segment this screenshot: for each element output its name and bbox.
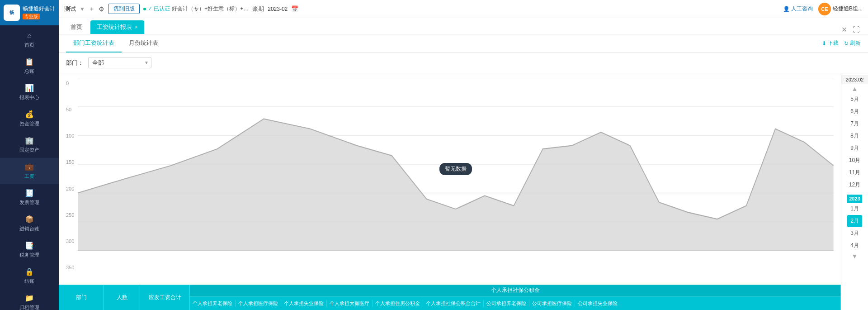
sidebar-item-tax[interactable]: 📑 税务管理 [0, 237, 59, 263]
col-个人承担大额医疗: 个人承担大额医疗 [327, 300, 373, 307]
sidebar-item-fund[interactable]: 💰 资金管理 [0, 105, 59, 132]
col-公司承担失业保险: 公司承担失业保险 [575, 300, 620, 307]
col-公司承担医疗保险: 公司承担医疗保险 [529, 300, 575, 307]
settings-icon[interactable]: ⚙ [99, 5, 104, 13]
home-label: 首页 [24, 42, 34, 48]
sidebar-item-home[interactable]: ⌂ 首页 [0, 27, 59, 53]
download-icon: ⬇ [822, 40, 826, 47]
help-icon: 👤 [783, 6, 790, 12]
home-icon: ⌂ [27, 32, 32, 40]
cal-month-12月[interactable]: 12月 [847, 179, 862, 191]
dept-select[interactable]: 全部部门A部门B [88, 57, 151, 68]
user-name: 轻捷通B组... [833, 5, 863, 13]
company-dropdown-icon[interactable]: ▼ [80, 6, 85, 12]
cal-nav-up[interactable]: ▲ [851, 84, 859, 93]
user-menu[interactable]: CE 轻捷通B组... [818, 3, 863, 15]
cal-months-2022: 5月6月7月8月9月10月11月12月 [847, 93, 862, 191]
y-label-100: 100 [66, 133, 74, 138]
sidebar-nav: ⌂ 首页📋 总账📊 报表中心💰 资金管理🏢 固定资产💼 工资🧾 发票管理📦 进销… [0, 25, 59, 310]
cal-month-9月[interactable]: 9月 [847, 142, 862, 154]
sidebar: 畅 畅捷通好会计 专业版 ⌂ 首页📋 总账📊 报表中心💰 资金管理🏢 固定资产💼… [0, 0, 59, 310]
content-inner: 350300250200150100500 [59, 73, 868, 310]
assets-label: 固定资产 [19, 147, 39, 153]
main-area: 测试 ▼ ＋ ⚙ 切到旧版 ✓ 已认证 好会计（专）+好生意（标）+… 账期 2… [59, 0, 868, 310]
sidebar-item-assets[interactable]: 🏢 固定资产 [0, 132, 59, 158]
sidebar-item-invoice[interactable]: 🧾 发票管理 [0, 184, 59, 210]
logo-text: 畅捷通好会计 专业版 [23, 5, 55, 20]
add-icon[interactable]: ＋ [89, 5, 95, 13]
status-tags: 好会计（专）+好生意（标）+… [172, 5, 249, 13]
tab-close-icon[interactable]: × [135, 24, 138, 30]
tab-home[interactable]: 首页 [64, 20, 89, 34]
report-label: 报表中心 [19, 94, 39, 101]
cal-month-6月[interactable]: 6月 [847, 105, 862, 118]
cal-month-2023-3月[interactable]: 3月 [847, 227, 862, 239]
y-label-250: 250 [66, 212, 74, 218]
main-panel: 350300250200150100500 [59, 73, 841, 310]
calendar-icon[interactable]: 📅 [291, 5, 298, 12]
filter-label: 部门： [66, 59, 84, 67]
period-label: 账期 [252, 5, 264, 13]
switch-old-button[interactable]: 切到旧版 [108, 4, 140, 14]
sidebar-item-sales[interactable]: 📦 进销台账 [0, 210, 59, 237]
cal-year-2023: 2023 1月2月3月4月 [847, 195, 862, 252]
y-label-50: 50 [66, 107, 74, 112]
help-button[interactable]: 👤 人工咨询 [783, 5, 813, 13]
download-button[interactable]: ⬇ 下载 [822, 39, 839, 47]
sidebar-item-settle[interactable]: 🔒 结账 [0, 263, 59, 289]
col-salary-total: 应发工资合计 [140, 285, 190, 310]
col-group-personal-insurance: 个人承担社保公积金 个人承担养老保险个人承担医疗保险个人承担失业保险个人承担大额… [190, 285, 841, 310]
col-个人承担失业保险: 个人承担失业保险 [281, 300, 327, 307]
tab-salary-report[interactable]: 工资统计报表 × [90, 20, 144, 34]
y-label-350: 350 [66, 265, 74, 270]
cal-month-10月[interactable]: 10月 [847, 154, 862, 167]
cal-month-11月[interactable]: 11月 [847, 167, 862, 179]
tab-home-label: 首页 [71, 23, 82, 31]
col-个人承担养老保险: 个人承担养老保险 [190, 300, 236, 307]
cal-month-5月[interactable]: 5月 [847, 93, 862, 105]
cal-month-8月[interactable]: 8月 [847, 130, 862, 142]
status-dot [143, 8, 146, 10]
cal-month-2023-1月[interactable]: 1月 [847, 203, 862, 215]
settle-icon: 🔒 [25, 267, 34, 276]
cal-year-label: 2023.02 [841, 75, 868, 84]
group-cols: 个人承担养老保险个人承担医疗保险个人承担失业保险个人承担大额医疗个人承担住房公积… [190, 296, 840, 310]
fund-icon: 💰 [25, 110, 34, 119]
sidebar-item-ledger[interactable]: 📋 总账 [0, 53, 59, 79]
assets-icon: 🏢 [25, 136, 34, 145]
sidebar-item-salary[interactable]: 💼 工资 [0, 158, 59, 184]
cal-month-2023-2月[interactable]: 2月 [847, 215, 862, 227]
y-label-200: 200 [66, 186, 74, 191]
settle-label: 结账 [24, 278, 34, 285]
cal-month-2023-4月[interactable]: 4月 [847, 239, 862, 252]
filter-bar: 部门： 全部部门A部门B ▼ [59, 52, 868, 73]
chart-svg [78, 79, 834, 279]
maximize-icon[interactable]: ⛶ [850, 26, 863, 34]
subtab-actions: ⬇ 下载 ↻ 刷新 [822, 39, 861, 47]
col-people: 人数 [104, 285, 140, 310]
refresh-icon: ↻ [844, 40, 849, 47]
close-panel-icon[interactable]: ✕ [839, 25, 850, 34]
archive-icon: 📁 [25, 294, 34, 302]
salary-icon: 💼 [25, 162, 34, 171]
company-name: 测试 [64, 5, 76, 13]
dept-select-wrapper: 全部部门A部门B ▼ [88, 57, 151, 68]
sidebar-logo[interactable]: 畅 畅捷通好会计 专业版 [0, 0, 59, 25]
sidebar-item-report[interactable]: 📊 报表中心 [0, 79, 59, 105]
avatar: CE [818, 3, 831, 15]
col-dept: 部门 [59, 285, 104, 310]
subtab-dept[interactable]: 部门工资统计表 [66, 34, 122, 52]
fund-label: 资金管理 [19, 120, 39, 127]
tax-label: 税务管理 [19, 252, 39, 258]
archive-label: 归档管理 [19, 304, 39, 310]
verified-status: ✓ 已认证 好会计（专）+好生意（标）+… [143, 5, 249, 13]
chart-container: 350300250200150100500 [59, 73, 841, 285]
tab-salary-label: 工资统计报表 [97, 23, 132, 31]
subtab-monthly[interactable]: 月份统计表 [122, 34, 165, 52]
cal-month-7月[interactable]: 7月 [847, 118, 862, 130]
invoice-icon: 🧾 [25, 189, 34, 197]
refresh-button[interactable]: ↻ 刷新 [844, 39, 861, 47]
sidebar-item-archive[interactable]: 📁 归档管理 [0, 289, 59, 310]
group-label: 个人承担社保公积金 [190, 285, 840, 296]
cal-nav-down[interactable]: ▼ [851, 252, 859, 261]
